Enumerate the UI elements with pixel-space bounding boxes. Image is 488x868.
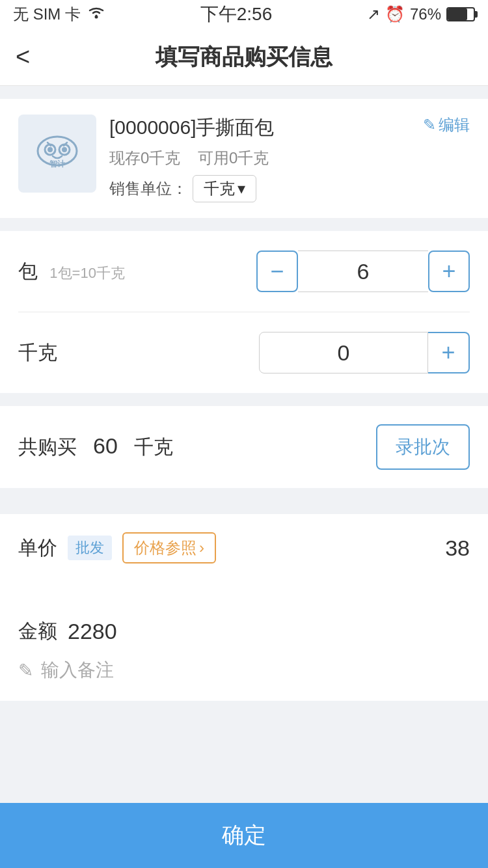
svg-point-4: [47, 147, 53, 152]
back-button[interactable]: <: [16, 43, 30, 71]
kg-plus-button[interactable]: +: [428, 332, 470, 373]
note-icon: ✎: [18, 660, 33, 681]
svg-point-0: [95, 16, 98, 19]
package-qty-input[interactable]: [298, 251, 428, 292]
note-row[interactable]: ✎ 输入备注: [18, 658, 470, 683]
status-right: ↗ ⏰ 76%: [367, 5, 475, 23]
edit-button[interactable]: ✎ 编辑: [423, 115, 470, 135]
summary-text: 共购买 60 千克: [18, 433, 173, 461]
location-icon: ↗: [367, 5, 380, 23]
confirm-label: 确定: [222, 821, 266, 850]
amount-section: 金额 2280 ✎ 输入备注: [0, 600, 488, 701]
package-minus-button[interactable]: −: [256, 251, 298, 292]
price-reference-button[interactable]: 价格参照 ›: [122, 532, 216, 563]
product-card: 智计 [0000006]手撕面包 现存0千克 可用0千克 销售单位： 千克 ▾ …: [0, 99, 488, 218]
battery-icon: [446, 7, 475, 21]
battery-percent: 76%: [410, 5, 441, 23]
confirm-button[interactable]: 确定: [0, 803, 488, 868]
wifi-icon: [87, 5, 105, 23]
summary-amount: 60: [93, 433, 118, 458]
package-plus-button[interactable]: +: [428, 251, 470, 292]
nav-bar: < 填写商品购买信息: [0, 29, 488, 86]
status-bar: 无 SIM 卡 下午2:56 ↗ ⏰ 76%: [0, 0, 488, 29]
note-placeholder: 输入备注: [41, 658, 114, 683]
unit-select[interactable]: 千克 ▾: [193, 175, 256, 202]
record-batch-button[interactable]: 录批次: [376, 424, 470, 470]
section-divider-2: [0, 393, 488, 406]
price-section: 单价 批发 价格参照 › 38: [0, 514, 488, 600]
page-title: 填写商品购买信息: [156, 42, 332, 72]
product-unit: 销售单位： 千克 ▾: [109, 175, 470, 202]
section-divider-3: [0, 488, 488, 501]
price-value: 38: [445, 536, 470, 561]
summary-section: 共购买 60 千克 录批次: [0, 406, 488, 488]
price-label: 单价: [18, 535, 57, 562]
package-label: 包 1包=10千克: [18, 258, 256, 285]
product-logo: 智计: [34, 133, 80, 174]
status-time: 下午2:56: [200, 2, 273, 27]
amount-row: 金额 2280: [18, 618, 470, 645]
product-info: [0000006]手撕面包 现存0千克 可用0千克 销售单位： 千克 ▾: [109, 115, 470, 202]
amount-value: 2280: [68, 619, 117, 644]
kg-qty-input[interactable]: [259, 332, 428, 373]
amount-label: 金额: [18, 618, 57, 645]
product-thumbnail: 智计: [18, 115, 96, 193]
svg-point-5: [62, 147, 67, 152]
package-qty-control: − +: [256, 251, 470, 292]
kg-qty-control: +: [259, 332, 470, 373]
section-divider-1: [0, 218, 488, 231]
price-row: 单价 批发 价格参照 › 38: [18, 532, 470, 563]
sim-status: 无 SIM 卡: [13, 4, 81, 25]
kg-input-row: 千克 +: [18, 312, 470, 393]
alarm-icon: ⏰: [385, 5, 405, 23]
product-name: [0000006]手撕面包: [109, 115, 470, 141]
price-type-tag: 批发: [68, 536, 112, 560]
status-left: 无 SIM 卡: [13, 4, 105, 25]
product-stock: 现存0千克 可用0千克: [109, 148, 470, 169]
kg-label: 千克: [18, 340, 259, 366]
input-section: 包 1包=10千克 − + 千克 +: [0, 231, 488, 393]
package-hint: 1包=10千克: [49, 265, 125, 281]
svg-text:智计: 智计: [49, 159, 66, 169]
package-input-row: 包 1包=10千克 − +: [18, 231, 470, 312]
